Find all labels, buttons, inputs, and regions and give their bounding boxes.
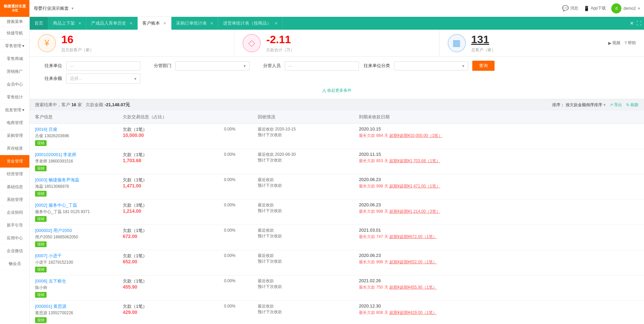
close-all-icon[interactable]: ✕	[630, 21, 634, 26]
col-customer-info: 客户信息	[30, 111, 117, 124]
sidebar-item-basic[interactable]: 基础信息	[0, 181, 29, 194]
overdue-info: 最长欠款 998 天 超期¥超期¥1,471.00（1笔）	[359, 183, 639, 189]
customer-name-link[interactable]: 去下粮仓	[49, 278, 66, 284]
tab-purchase-order-close[interactable]: ✕	[210, 21, 213, 26]
customer-name-link[interactable]: 黄思源	[53, 304, 66, 309]
customer-info-cell: [0007] 小迸干 小迸干 18279152100 现销	[30, 250, 117, 275]
customer-name-link[interactable]: 服务中心_丁磊	[49, 203, 77, 208]
customer-code[interactable]: [000001]	[35, 304, 52, 309]
due-date-value: 2020.06.23	[359, 202, 639, 207]
debt-ratio: 0.00%	[224, 304, 235, 308]
sidebar-item-batch-mgmt[interactable]: 批发管理 ▾	[0, 104, 29, 117]
tab-home-label: 首页	[34, 20, 43, 26]
tab-stock-summary[interactable]: 进货单统计表（按商品） ✕	[218, 17, 283, 30]
customer-code[interactable]: [0002]	[35, 203, 47, 208]
overdue-link[interactable]: 超期¥超期¥455.90（1笔）	[389, 285, 437, 290]
help-btn[interactable]: ? 帮助	[624, 40, 636, 46]
tab-purchase-order[interactable]: 采购订单统计表 ✕	[171, 17, 218, 30]
person-input[interactable]: ···	[285, 61, 359, 70]
quick-nav[interactable]: 快捷导航	[0, 27, 29, 40]
last-collect: 最近收款	[258, 303, 348, 309]
app-logo[interactable]: 畅捷通好生意 示范	[0, 0, 29, 17]
tab-product-listing[interactable]: 商品上下架 ✕	[48, 17, 86, 30]
customer-code[interactable]: [0007]	[35, 253, 47, 258]
sort-select[interactable]: 排序： 按欠款金额倒序排序 ▾	[552, 102, 606, 108]
sidebar-item-member[interactable]: 会员中心	[0, 78, 29, 91]
debt-ratio-cell: 0.00%	[219, 250, 252, 275]
overdue-link[interactable]: 超期¥超期¥1,214.00（3笔）	[389, 209, 440, 214]
sidebar-item-vip[interactable]: 畅会员	[0, 258, 29, 270]
collection-cell: 最近收款 预计下次收款	[252, 275, 354, 301]
balance-select[interactable]: 选择... ▾	[66, 73, 140, 84]
overdue-link[interactable]: 超期¥超期¥652.00（1笔）	[389, 260, 437, 264]
collapse-button[interactable]: ⋀ 收起更多条件	[323, 88, 352, 93]
table-row: [0006] 去下粮仓 陈小帅 现销 欠款（1笔） 455.90 0.00% 最…	[30, 275, 644, 301]
message-icon: 💬	[562, 5, 569, 11]
sidebar-item-corp-wechat[interactable]: 企业微信	[0, 245, 29, 258]
tab-home[interactable]: 首页	[30, 17, 48, 30]
overdue-link[interactable]: 超期¥超期¥672.00（1笔）	[389, 234, 437, 239]
sidebar-item-apps[interactable]: 应用中心	[0, 232, 29, 245]
message-btn[interactable]: 💬 消息	[562, 5, 578, 11]
sidebar-item-system[interactable]: 系统管理	[0, 194, 29, 206]
sidebar-item-marketing[interactable]: 营销推广	[0, 65, 29, 78]
overdue-link[interactable]: 超期¥超期¥1,471.00（1笔）	[389, 184, 440, 188]
tab-product-history-close[interactable]: ✕	[130, 21, 133, 26]
query-button[interactable]: 查询	[472, 61, 495, 71]
search-menu[interactable]: 搜索菜单	[0, 17, 29, 27]
overdue-link[interactable]: 超期¥超期¥10,000.00（1笔）	[389, 133, 442, 138]
sidebar-item-retail-mall[interactable]: 零售商城	[0, 53, 29, 65]
sidebar-item-inventory[interactable]: 库存核算	[0, 142, 29, 155]
due-date-value: 2020.06.23	[359, 177, 639, 182]
expand-icon[interactable]: ⛶	[637, 21, 641, 26]
overdue-info: 最长欠款 998 天 超期¥超期¥652.00（1笔）	[359, 259, 639, 265]
sidebar-item-newbie[interactable]: 新手引导	[0, 219, 29, 232]
debt-ratio-cell: 0.00%	[219, 200, 252, 225]
app-download-btn[interactable]: 📱 App下载	[584, 5, 606, 11]
customer-code[interactable]: [0003]	[35, 177, 47, 182]
overdue-link[interactable]: 超期¥超期¥1,703.68（1笔）	[389, 158, 440, 163]
unit-classify-label: 往来单位分类	[363, 63, 390, 69]
sidebar-item-biz[interactable]: 经营管理	[0, 168, 29, 181]
customer-name-link[interactable]: 畅捷服务尹海蕊	[49, 177, 79, 182]
customer-name-link[interactable]: 用户2050	[53, 228, 72, 233]
stat-debt-amount-value: -2.11	[266, 33, 295, 46]
sidebar-item-retail-stats[interactable]: 零售统计	[0, 91, 29, 104]
enterprise-label: 企业协同	[7, 210, 23, 215]
overdue-info: 最长欠款 853 天 超期¥超期¥1,703.68（1笔）	[359, 158, 639, 164]
customer-contact: 小迸干 18279152100	[35, 260, 112, 265]
sidebar-item-finance[interactable]: 资金管理	[0, 155, 29, 168]
sidebar-item-retail-mgmt[interactable]: 零售管理 ▾	[0, 40, 29, 53]
customer-code[interactable]: [0001020001]	[35, 152, 62, 157]
customer-name-link[interactable]: 吕俊	[49, 127, 57, 132]
overdue-link[interactable]: 超期¥超期¥429.00（1笔）	[389, 310, 437, 315]
sidebar-item-ecommerce[interactable]: 电商管理	[0, 117, 29, 129]
export-btn[interactable]: ↗ 导出	[610, 102, 622, 108]
sidebar-item-purchase[interactable]: 采购管理	[0, 129, 29, 142]
overdue-info: 最长欠款 808 天 超期¥超期¥429.00（1笔）	[359, 310, 639, 316]
tab-customer-account-close[interactable]: ✕	[163, 21, 166, 26]
customer-code[interactable]: [000002]	[35, 228, 52, 233]
sidebar-item-enterprise[interactable]: 企业协同	[0, 206, 29, 219]
customer-code[interactable]: [0016]	[35, 127, 47, 132]
customer-code[interactable]: [0006]	[35, 278, 47, 284]
user-menu[interactable]: d demo2 ▾	[611, 3, 640, 13]
source-unit-input[interactable]: ···	[66, 61, 140, 70]
tab-stock-summary-close[interactable]: ✕	[275, 21, 278, 26]
tab-product-history[interactable]: 产成品入库单历史 ✕	[86, 17, 138, 30]
unit-classify-select[interactable]: ▾	[394, 61, 468, 70]
customer-name-link[interactable]: 小迸干	[49, 253, 62, 258]
tab-customer-account[interactable]: 客户账本 ✕	[138, 17, 171, 30]
refresh-btn[interactable]: ↻ 刷新	[626, 102, 639, 108]
customer-name-link[interactable]: 李老师	[63, 152, 76, 157]
vip-label: 畅会员	[9, 261, 21, 266]
due-date-cell: 2021.02.26 最长欠款 750 天 超期¥超期¥455.90（1笔）	[354, 275, 644, 301]
corp-wechat-label: 企业微信	[7, 248, 23, 253]
customer-contact: 服务中心_丁磊 181 0125 8371	[35, 209, 112, 215]
view-btn[interactable]: ▶ 视频	[608, 40, 620, 46]
dept-select[interactable]: ▾	[175, 61, 250, 70]
debt-count: 欠款（1笔）	[123, 253, 213, 259]
tab-product-listing-close[interactable]: ✕	[78, 21, 81, 26]
newbie-label: 新手引导	[7, 223, 23, 228]
next-collect: 预计下次收款	[258, 233, 348, 239]
